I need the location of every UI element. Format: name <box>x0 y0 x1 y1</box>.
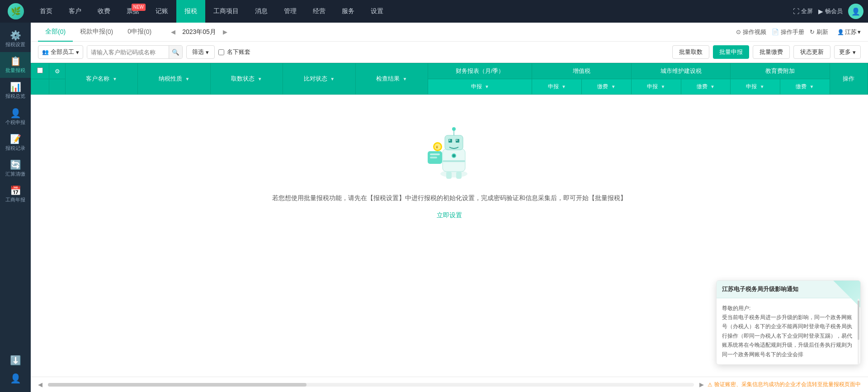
fullscreen-btn[interactable]: ⛶ 全屏 <box>793 7 813 15</box>
svg-rect-12 <box>456 139 459 143</box>
notif-scroll-thumb <box>858 301 859 340</box>
tab-zero-declaration[interactable]: 0申报(0) <box>120 23 159 42</box>
accounts-checkbox[interactable] <box>218 49 224 55</box>
setup-link[interactable]: 立即设置 <box>437 211 462 220</box>
sidebar-item-user[interactable]: 👤 <box>0 369 31 387</box>
empty-state: ¥ <box>31 95 868 247</box>
toolbar: 👥 全部员工 ▾ 🔍 筛选 ▾ 名下账套 批量取数 批量申报 批量缴费 状态更新 <box>31 42 868 63</box>
chevron-down-icon: ▾ <box>858 29 861 35</box>
nav-operations[interactable]: 经营 <box>305 0 334 23</box>
svg-point-16 <box>452 127 456 131</box>
tabs-bar: 全部(0) 税款申报(0) 0申报(0) ◀ 2023年05月 ▶ ⊙ 操作视频… <box>31 23 868 42</box>
operation-video-link[interactable]: ⊙ 操作视频 <box>736 28 766 36</box>
sidebar-bottom: ⬇️ 👤 <box>0 351 31 392</box>
th-vat-declare: 申报 ▼ <box>532 79 582 95</box>
svg-rect-19 <box>443 160 465 162</box>
user-avatar[interactable]: 👤 <box>848 4 863 19</box>
sidebar: ⚙️ 报税设置 📋 批量报税 📊 报税总览 👤 个税申报 📝 报税记录 🔄 汇算… <box>0 23 31 392</box>
notification-panel: 江苏电子税务局升级影响通知 ✕ 尊敬的用户: 受当前电子税务局进一步升级的影响，… <box>716 280 861 365</box>
svg-rect-9 <box>445 135 463 150</box>
th-city-tax: 城市维护建设税 <box>631 63 730 79</box>
sidebar-item-tax-overview[interactable]: 📊 报税总览 <box>0 78 31 104</box>
refresh-btn[interactable]: ↻ 刷新 <box>810 28 828 36</box>
annual-report-icon: 📅 <box>10 186 21 195</box>
notification-body: 尊敬的用户: 受当前电子税务局进一步升级的影响，同一个政务网账号（办税人）名下的… <box>717 298 860 364</box>
th-financial-report: 财务报表（月/季） <box>428 63 532 79</box>
filter-chevron-icon: ▾ <box>206 49 209 56</box>
play-icon: ▶ <box>818 8 823 15</box>
checkbox-accounts[interactable]: 名下账套 <box>218 48 250 56</box>
data-table: ⚙ 客户名称 ▼ 纳税性质 ▼ 取数状态 ▼ 比对状态 ▼ 检查结果 ▼ 财务报… <box>31 63 868 247</box>
next-month-btn[interactable]: ▶ <box>220 27 231 38</box>
settings-icon[interactable]: ⚙ <box>55 68 60 75</box>
app-logo[interactable]: 🌿 <box>5 3 27 19</box>
svg-rect-17 <box>446 172 452 179</box>
th-compare-status: 比对状态 ▼ <box>283 63 355 95</box>
personal-tax-icon: 👤 <box>10 109 21 118</box>
svg-rect-2 <box>430 153 440 155</box>
notification-scrollbar <box>858 299 859 364</box>
logo-icon: 🌿 <box>8 3 24 19</box>
nav-management[interactable]: 管理 <box>276 0 305 23</box>
scroll-left-btn[interactable]: ◀ <box>38 381 42 388</box>
member-btn[interactable]: ▶ 畅会员 <box>818 7 843 15</box>
th-operations: 操作 <box>830 63 868 95</box>
empty-message: 若您想使用批量报税功能，请先在【报税设置】中进行报税的初始化设置，完成密码验证和… <box>272 194 627 202</box>
sidebar-item-settlement[interactable]: 🔄 汇算清缴 <box>0 156 31 182</box>
nav-service[interactable]: 服务 <box>334 0 363 23</box>
tab-all[interactable]: 全部(0) <box>38 23 73 42</box>
region-label: 江苏 <box>845 28 857 36</box>
nav-customer[interactable]: 客户 <box>61 0 90 23</box>
sidebar-item-batch-tax[interactable]: 📋 批量报税 <box>0 52 31 78</box>
nav-home[interactable]: 首页 <box>32 0 61 23</box>
nav-billing[interactable]: 收费 <box>90 0 118 23</box>
nav-accounting[interactable]: 记账 <box>147 0 176 23</box>
batch-fetch-button[interactable]: 批量取数 <box>672 45 709 59</box>
toolbar-right: 批量取数 批量申报 批量缴费 状态更新 更多 ▾ <box>672 45 861 59</box>
search-box: 🔍 <box>87 45 183 59</box>
batch-pay-button[interactable]: 批量缴费 <box>753 45 790 59</box>
th-tax-type: 纳税性质 ▼ <box>138 63 210 95</box>
th-sub-settings <box>49 79 66 95</box>
batch-declare-button[interactable]: 批量申报 <box>713 45 749 59</box>
nav-message[interactable]: 消息 <box>247 0 276 23</box>
th-financial-declare: 申报 ▼ <box>428 79 532 95</box>
nav-industry[interactable]: 工商项目 <box>205 0 247 23</box>
search-input[interactable] <box>87 46 169 58</box>
nav-invoice[interactable]: 票据 NEW <box>118 0 147 23</box>
employee-select[interactable]: 👥 全部员工 ▾ <box>38 45 83 59</box>
nav-tax[interactable]: 报税 <box>176 0 205 23</box>
sidebar-item-tax-records[interactable]: 📝 报税记录 <box>0 130 31 156</box>
scrollbar-thumb <box>48 383 307 387</box>
notification-title: 江苏电子税务局升级影响通知 <box>722 285 798 293</box>
employee-icon: 👥 <box>42 49 49 55</box>
sidebar-item-tax-settings[interactable]: ⚙️ 报税设置 <box>0 26 31 52</box>
nav-settings[interactable]: 设置 <box>363 0 392 23</box>
date-navigation: ◀ 2023年05月 ▶ <box>168 27 231 38</box>
svg-text:¥: ¥ <box>436 145 438 149</box>
tax-settings-icon: ⚙️ <box>10 31 21 40</box>
th-sub-check <box>31 79 49 95</box>
status-update-button[interactable]: 状态更新 <box>793 45 830 59</box>
search-button[interactable]: 🔍 <box>169 45 182 59</box>
th-city-pay: 缴费 ▼ <box>681 79 731 95</box>
operation-manual-link[interactable]: 📄 操作手册 <box>772 28 804 36</box>
scroll-right-btn[interactable]: ▶ <box>699 381 704 388</box>
empty-row: ¥ <box>31 95 868 247</box>
filter-button[interactable]: 筛选 ▾ <box>186 45 215 59</box>
sidebar-item-annual-report[interactable]: 📅 工商年报 <box>0 182 31 207</box>
sidebar-item-personal-tax[interactable]: 👤 个税申报 <box>0 104 31 130</box>
horizontal-scrollbar[interactable] <box>48 383 694 387</box>
tab-tax-declaration[interactable]: 税款申报(0) <box>73 23 120 42</box>
notif-content: 受当前电子税务局进一步升级的影响，同一个政务网账号（办税人）名下的企业不能再同时… <box>722 313 855 359</box>
th-education-surcharge: 教育费附加 <box>731 63 830 79</box>
robot-illustration: ¥ <box>418 122 481 185</box>
more-button[interactable]: 更多 ▾ <box>834 45 861 59</box>
th-edu-declare: 申报 ▼ <box>731 79 780 95</box>
dropdown-icon: ▾ <box>76 49 79 56</box>
region-selector[interactable]: 👤 江苏 ▾ <box>837 28 861 36</box>
prev-month-btn[interactable]: ◀ <box>168 27 179 38</box>
sidebar-item-download[interactable]: ⬇️ <box>0 351 31 369</box>
th-city-declare: 申报 ▼ <box>631 79 681 95</box>
select-all-checkbox[interactable] <box>37 67 43 73</box>
